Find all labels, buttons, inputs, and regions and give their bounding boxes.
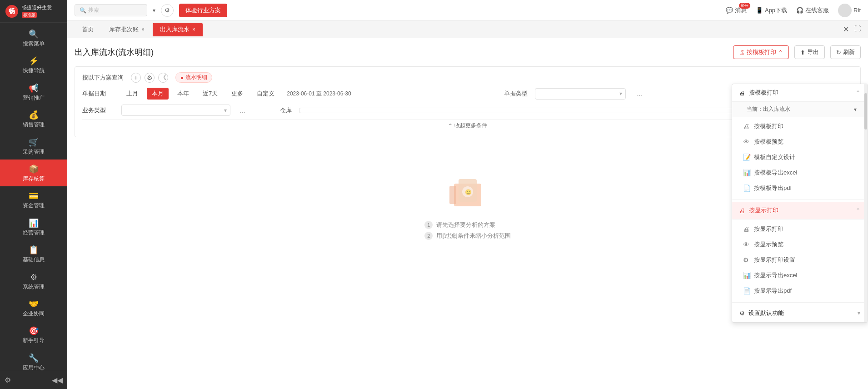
filter-add-btns: + ⚙ 《	[131, 73, 168, 83]
template-print-item[interactable]: 🖨 按模板打印	[732, 119, 868, 134]
display-print-item[interactable]: 🖨 按显示打印	[732, 221, 868, 237]
tab-close-flow[interactable]: ×	[192, 26, 195, 33]
sidebar-item-appstore[interactable]: 🔧 应用中心	[0, 349, 67, 371]
chart-icon: 📊	[29, 218, 39, 228]
sidebar-item-inventory[interactable]: 📦 库存核算	[0, 160, 67, 186]
empty-step-2: 2 用[过滤]条件来缩小分析范围	[424, 232, 510, 240]
sidebar-item-label: 营销推广	[23, 95, 45, 101]
window-controls: ✕ ⛶	[843, 25, 861, 34]
doc-type-select-wrap	[535, 88, 626, 100]
search-box[interactable]: 🔍 搜索	[75, 4, 147, 16]
display-excel-item[interactable]: 📊 按显示导出excel	[732, 268, 868, 283]
tab-home[interactable]: 首页	[75, 23, 101, 36]
sidebar-item-sales[interactable]: 💰 销售管理	[0, 105, 67, 132]
display-preview-item[interactable]: 👁 按显示预览	[732, 237, 868, 252]
print-section-icon: 🖨	[739, 90, 745, 96]
sidebar-item-label: 库存核算	[23, 175, 45, 182]
settings-small-icon: ⚙	[147, 74, 153, 81]
date-range-display: 2023-06-01 至 2023-06-30	[287, 90, 351, 98]
print-icon: 🖨	[739, 49, 745, 56]
tab-close-batch[interactable]: ×	[141, 26, 145, 33]
app-download-item[interactable]: 📱 App下载	[756, 6, 787, 15]
svg-text:😐: 😐	[465, 189, 472, 195]
date-filter-tags: 上月 本月 本年 近7天 更多 自定义 2023-06-01 至 2023-06…	[121, 88, 351, 100]
collapse-sidebar-icon[interactable]: ◀◀	[52, 376, 63, 384]
sidebar-item-marketing[interactable]: 📢 营销推广	[0, 79, 67, 105]
display-pdf-item[interactable]: 📄 按显示导出pdf	[732, 283, 868, 299]
sidebar-item-purchase[interactable]: 🛒 采购管理	[0, 133, 67, 160]
dropdown-scrollbar[interactable]	[864, 84, 868, 322]
sidebar-item-system[interactable]: ⚙ 系统管理	[0, 268, 67, 294]
template-print-section-header[interactable]: 🖨 按模板打印 ⌃	[732, 84, 868, 102]
tab-label: 首页	[82, 25, 94, 34]
display-print-icon: 🖨	[743, 225, 750, 233]
display-print-section-icon: 🖨	[739, 207, 745, 214]
settings-bottom-icon[interactable]: ⚙	[5, 376, 11, 384]
list-icon: 📋	[29, 245, 39, 255]
filter-row-top: 按以下方案查询 + ⚙ 《 ● 流水明细	[82, 72, 853, 83]
display-preview-icon: 👁	[743, 241, 750, 248]
customer-service-item[interactable]: 🎧 在线客服	[796, 6, 829, 15]
sidebar-item-label: 应用中心	[23, 364, 45, 371]
biz-type-select[interactable]	[121, 105, 230, 116]
empty-illustration: 😐	[445, 170, 490, 215]
display-settings-item[interactable]: ⚙ 按显示打印设置	[732, 252, 868, 268]
dropdown-divider-2	[732, 302, 868, 303]
template-custom-item[interactable]: 📝 模板自定义设计	[732, 150, 868, 165]
card-icon: 💳	[29, 191, 39, 201]
add-filter-btn[interactable]: +	[131, 73, 141, 83]
print-template-button[interactable]: 🖨 按模板打印 ⌃	[733, 45, 789, 59]
search-dropdown-icon[interactable]: ▾	[153, 7, 155, 14]
sidebar-item-operation[interactable]: 📊 经营管理	[0, 214, 67, 240]
template-pdf-item[interactable]: 📄 按模板导出pdf	[732, 180, 868, 196]
sidebar-item-finance[interactable]: 💳 资金管理	[0, 186, 67, 213]
close-window-icon[interactable]: ✕	[843, 25, 849, 34]
filter-chip: ● 流水明细	[175, 72, 212, 83]
doc-type-more-btn[interactable]: ...	[637, 90, 643, 98]
warehouse-label: 仓库	[280, 106, 292, 115]
messages-item[interactable]: 💬 消息 99+	[726, 6, 747, 15]
display-print-section-header[interactable]: 🖨 按显示打印 ⌃	[732, 202, 868, 219]
doc-type-select[interactable]	[535, 88, 626, 100]
topbar-settings-btn[interactable]: ⚙	[161, 4, 174, 17]
biz-type-label: 业务类型	[82, 106, 114, 115]
search-icon: 🔍	[29, 29, 39, 39]
date-tag-custom[interactable]: 自定义	[252, 88, 279, 100]
sidebar-item-enterprise[interactable]: 🤝 企业协同	[0, 294, 67, 321]
biz-type-select-wrap	[121, 105, 230, 116]
current-template-label[interactable]: 当前：出入库流水 ▾	[732, 102, 868, 117]
user-avatar-item[interactable]: Rit	[838, 4, 861, 17]
default-function-section-header[interactable]: ⚙ 设置默认功能 ▾	[732, 304, 868, 322]
empty-steps: 1 请先选择要分析的方案 2 用[过滤]条件来缩小分析范围	[424, 221, 510, 243]
industry-solution-button[interactable]: 体验行业方案	[179, 4, 227, 17]
sidebar-item-basic[interactable]: 📋 基础信息	[0, 240, 67, 267]
filter-settings-btn[interactable]: ⚙	[145, 73, 155, 83]
logo-text: 畅捷通好生意 标准版	[22, 4, 52, 18]
date-tag-this-year[interactable]: 本年	[172, 88, 194, 100]
print-dropdown-panel: 🖨 按模板打印 ⌃ 当前：出入库流水 ▾ 🖨 按模板打印 👁 按模板预览	[732, 84, 868, 323]
collapse-filter-btn[interactable]: 《	[158, 73, 168, 83]
logo-icon: 畅	[5, 5, 18, 18]
sidebar-item-guide[interactable]: 🎯 新手引导	[0, 321, 67, 348]
collapse-up-icon: ⌃	[448, 123, 453, 129]
tab-batch[interactable]: 库存批次账 ×	[102, 23, 152, 36]
sidebar-bottom: ⚙ ◀◀	[0, 371, 67, 389]
export-button[interactable]: ⬆ 导出	[794, 45, 825, 59]
sidebar-item-shortcut[interactable]: ⚡ 快捷导航	[0, 51, 67, 78]
biz-type-more-btn[interactable]: ...	[239, 106, 245, 115]
template-section-toggle: ⌃	[856, 90, 860, 96]
date-tag-7days[interactable]: 近7天	[198, 88, 223, 100]
date-tag-more[interactable]: 更多	[226, 88, 248, 100]
refresh-button[interactable]: ↻ 刷新	[830, 45, 861, 59]
template-excel-item[interactable]: 📊 按模板导出excel	[732, 165, 868, 180]
expand-window-icon[interactable]: ⛶	[854, 25, 861, 34]
tabbar: 首页 库存批次账 × 出入库流水 × ✕ ⛶	[67, 21, 868, 38]
pdf-icon: 📄	[743, 185, 750, 192]
dropdown-divider	[732, 199, 868, 200]
tab-flow[interactable]: 出入库流水 ×	[153, 23, 203, 36]
sidebar-item-search[interactable]: 🔍 搜索菜单	[0, 25, 67, 51]
date-tag-last-month[interactable]: 上月	[121, 88, 143, 100]
date-tag-this-month[interactable]: 本月	[147, 88, 169, 100]
template-preview-item[interactable]: 👁 按模板预览	[732, 134, 868, 150]
lightning-icon: ⚡	[29, 56, 39, 66]
